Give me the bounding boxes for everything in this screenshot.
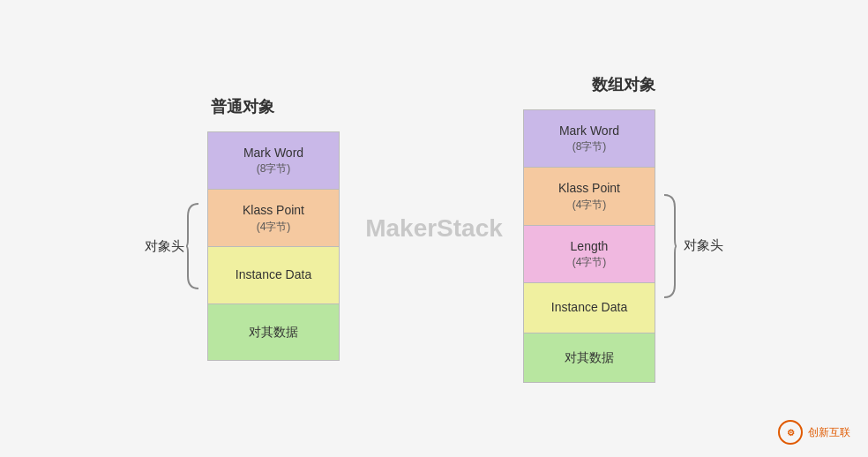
left-mark-word-block: Mark Word (8字节) — [208, 132, 339, 190]
right-blocks: Mark Word (8字节) Klass Point (4字节) Length… — [523, 109, 655, 383]
watermark: MakerStack — [365, 214, 503, 243]
right-brace-symbol — [662, 193, 678, 299]
left-klass-title: Klass Point — [243, 202, 304, 220]
right-instance-data-block: Instance Data — [524, 283, 655, 333]
left-header-label: 对象头 — [145, 238, 184, 255]
right-klass-title: Klass Point — [558, 180, 620, 198]
right-klass-sub: (4字节) — [572, 198, 607, 213]
right-padding-title: 对其数据 — [565, 349, 614, 367]
left-bracket-area: 对象头 — [145, 202, 200, 290]
right-bracket-area: 对象头 — [662, 193, 723, 299]
logo-icon: ⚙ — [778, 420, 803, 445]
right-mark-word-title: Mark Word — [559, 123, 619, 140]
main-canvas: MakerStack 普通对象 对象头 Mark Word (8字节) — [0, 0, 868, 457]
right-length-block: Length (4字节) — [524, 226, 655, 283]
left-mark-word-sub: (8字节) — [257, 161, 291, 176]
right-section-title: 数组对象 — [592, 74, 655, 95]
right-header-label: 对象头 — [684, 237, 723, 254]
right-diagram: 数组对象 Mark Word (8字节) Klass Point (4字节) L… — [523, 74, 723, 383]
left-blocks: Mark Word (8字节) Klass Point (4字节) Instan… — [207, 131, 340, 362]
left-mark-word-title: Mark Word — [243, 145, 303, 162]
right-mark-word-block: Mark Word (8字节) — [524, 110, 655, 168]
left-instance-data-block: Instance Data — [208, 247, 339, 304]
right-length-title: Length — [571, 238, 609, 256]
right-padding-block: 对其数据 — [524, 333, 655, 383]
right-object-container: Mark Word (8字节) Klass Point (4字节) Length… — [523, 109, 723, 383]
left-klass-sub: (4字节) — [257, 220, 291, 235]
right-brace-label-group: 对象头 — [662, 193, 723, 299]
right-klass-point-block: Klass Point (4字节) — [524, 168, 655, 225]
left-object-container: 对象头 Mark Word (8字节) Klass Point (4字节) In — [145, 131, 340, 362]
right-length-sub: (4字节) — [572, 255, 607, 270]
right-instance-title: Instance Data — [551, 299, 627, 317]
left-diagram: 普通对象 对象头 Mark Word (8字节) Klass Point — [145, 96, 340, 362]
left-klass-point-block: Klass Point (4字节) — [208, 190, 339, 247]
left-padding-title: 对其数据 — [249, 324, 298, 341]
left-brace-symbol — [184, 202, 200, 290]
left-padding-block: 对其数据 — [208, 304, 339, 361]
right-mark-word-sub: (8字节) — [572, 139, 607, 154]
left-brace-label-group: 对象头 — [145, 202, 200, 290]
left-section-title: 普通对象 — [211, 96, 274, 117]
left-instance-title: Instance Data — [236, 266, 311, 284]
logo-area: ⚙ 创新互联 — [778, 420, 850, 445]
logo-text: 创新互联 — [808, 425, 850, 440]
